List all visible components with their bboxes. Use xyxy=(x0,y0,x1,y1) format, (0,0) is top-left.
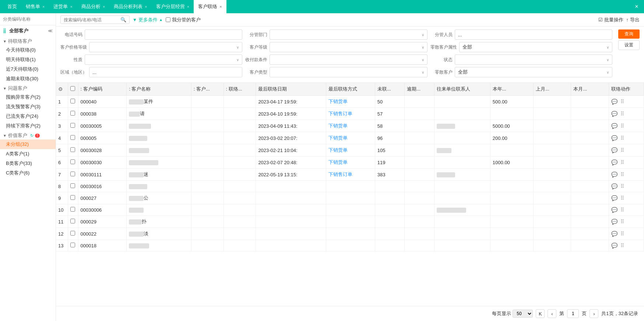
more-icon[interactable]: ⠿ xyxy=(620,231,624,237)
retail-select[interactable]: 全部 ∨ xyxy=(455,67,612,77)
region-select[interactable]: ... xyxy=(89,67,242,77)
prev-page-btn[interactable]: ‹ xyxy=(548,309,556,318)
sidebar-item-ungroup[interactable]: 未分组(32) xyxy=(0,140,56,149)
chat-icon[interactable]: 💬 xyxy=(611,111,617,117)
chat-icon[interactable]: 💬 xyxy=(611,135,617,141)
chat-icon[interactable]: 💬 xyxy=(611,159,617,165)
chat-icon[interactable]: 💬 xyxy=(611,195,617,201)
select-all-checkbox[interactable] xyxy=(70,86,75,91)
next-page-btn[interactable]: › xyxy=(590,309,598,318)
more-icon[interactable]: ⠿ xyxy=(620,147,624,153)
sidebar-item-declining[interactable]: 持续下滑客户(2) xyxy=(0,121,56,131)
last-method-link[interactable]: 下销售订单 xyxy=(328,111,352,116)
row-checkbox[interactable] xyxy=(70,195,75,200)
close-icon[interactable]: × xyxy=(103,4,105,9)
chat-icon[interactable]: 💬 xyxy=(611,243,617,248)
status-select[interactable]: ∨ xyxy=(455,54,612,65)
page-number-input[interactable] xyxy=(567,309,579,318)
close-icon[interactable]: × xyxy=(187,4,189,9)
row-checkbox[interactable] xyxy=(70,172,75,176)
row-checkbox[interactable] xyxy=(70,111,75,116)
more-icon[interactable]: ⠿ xyxy=(620,183,624,189)
row-checkbox[interactable] xyxy=(70,99,75,103)
first-page-btn[interactable]: K xyxy=(536,309,545,318)
sidebar-item-churned[interactable]: 已流失客户(24) xyxy=(0,112,56,121)
chat-icon[interactable]: 💬 xyxy=(611,99,617,105)
last-method-link[interactable]: 下销售订单 xyxy=(328,172,352,177)
more-icon[interactable]: ⠿ xyxy=(620,243,624,248)
sidebar-item-class-b[interactable]: B类客户(33) xyxy=(0,159,56,168)
last-method-link[interactable]: 下销货单 xyxy=(328,135,348,141)
row-checkbox[interactable] xyxy=(70,231,75,236)
window-close-button[interactable]: × xyxy=(632,2,641,11)
close-icon[interactable]: × xyxy=(219,4,222,9)
customer-type-select[interactable]: ∨ xyxy=(270,67,427,77)
my-customers-check[interactable] xyxy=(166,17,170,22)
my-customers-checkbox[interactable]: 我分管的客户 xyxy=(166,17,201,23)
more-icon[interactable]: ⠿ xyxy=(620,195,624,201)
payment-select[interactable]: ∨ xyxy=(270,54,427,65)
more-icon[interactable]: ⠿ xyxy=(620,159,624,165)
more-icon[interactable]: ⠿ xyxy=(620,135,624,141)
chat-icon[interactable]: 💬 xyxy=(611,231,617,237)
last-method-link[interactable]: 下销货单 xyxy=(328,99,348,104)
dept-select[interactable]: ∨ xyxy=(270,29,427,40)
search-input[interactable] xyxy=(64,17,119,22)
close-icon[interactable]: × xyxy=(145,4,147,9)
more-icon[interactable]: ⠿ xyxy=(620,123,624,129)
customer-level-select[interactable]: ∨ xyxy=(270,42,427,52)
close-icon[interactable]: × xyxy=(70,4,72,9)
retail-attr-select[interactable]: 全部 ∨ xyxy=(459,42,612,52)
nav-home[interactable]: 首页 xyxy=(3,0,21,13)
more-icon[interactable]: ⠿ xyxy=(620,172,624,177)
nav-tab-customer-segment[interactable]: 客户分层经营 × xyxy=(152,0,194,13)
chat-icon[interactable]: 💬 xyxy=(611,219,617,225)
row-checkbox[interactable] xyxy=(70,135,75,140)
price-level-select[interactable]: ∨ xyxy=(89,42,242,52)
chat-icon[interactable]: 💬 xyxy=(611,172,617,177)
more-icon[interactable]: ⠿ xyxy=(620,111,624,117)
group-value-customers[interactable]: ▼ 价值客户 ↻ ! xyxy=(0,131,56,140)
reset-button[interactable]: 设置 xyxy=(618,40,640,50)
per-page-select[interactable]: 50 100 xyxy=(513,310,533,318)
chat-icon[interactable]: 💬 xyxy=(611,183,617,189)
bulk-ops-btn[interactable]: ☑ 批量操作 xyxy=(598,17,623,23)
close-icon[interactable]: × xyxy=(42,4,45,9)
chat-icon[interactable]: 💬 xyxy=(611,147,617,153)
gear-icon[interactable]: ⚙ xyxy=(58,86,63,92)
sidebar-item-7days[interactable]: 近7天待联络(0) xyxy=(0,64,56,74)
last-method-link[interactable]: 下销货单 xyxy=(328,147,348,153)
group-pending-contact[interactable]: ▼ 待联络客户 xyxy=(0,36,56,45)
nature-select[interactable]: ∨ xyxy=(85,54,242,65)
more-icon[interactable]: ⠿ xyxy=(620,207,624,213)
export-btn[interactable]: ↑ 导出 xyxy=(626,17,640,23)
row-checkbox[interactable] xyxy=(70,243,75,247)
sidebar-item-class-a[interactable]: A类客户(1) xyxy=(0,149,56,159)
chat-icon[interactable]: 💬 xyxy=(611,207,617,213)
manager-input[interactable]: ... xyxy=(455,29,612,40)
search-icon[interactable]: 🔍 xyxy=(120,17,126,22)
row-checkbox[interactable] xyxy=(70,123,75,128)
phone-input[interactable] xyxy=(85,29,242,40)
more-icon[interactable]: ⠿ xyxy=(620,219,624,225)
nav-tab-analysis-list[interactable]: 商品分析列表 × xyxy=(109,0,151,13)
nav-tab-sales[interactable]: 销售单 × xyxy=(21,0,49,13)
more-conditions-btn[interactable]: ▼ 更多条件 ▲ xyxy=(133,17,163,23)
sidebar-item-churn-warning[interactable]: 流失预警客户(3) xyxy=(0,102,56,112)
collapse-icon[interactable]: ≪ xyxy=(48,28,53,33)
sidebar-item-hoarding[interactable]: 囤购异常客户(2) xyxy=(0,92,56,102)
sidebar-item-overdue[interactable]: 逾期未联络(30) xyxy=(0,74,56,84)
row-checkbox[interactable] xyxy=(70,159,75,164)
more-icon[interactable]: ⠿ xyxy=(620,99,624,105)
sidebar-item-class-c[interactable]: C类客户(6) xyxy=(0,168,56,178)
chat-icon[interactable]: 💬 xyxy=(611,123,617,129)
nav-tab-customer-contact[interactable]: 客户联络 × xyxy=(194,0,226,13)
refresh-icon[interactable]: ↻ xyxy=(30,133,34,138)
last-method-link[interactable]: 下销货单 xyxy=(328,123,348,128)
all-customers-header[interactable]: ⣿ 全部客户 ≪ xyxy=(0,25,56,36)
row-checkbox[interactable] xyxy=(70,207,75,212)
row-checkbox[interactable] xyxy=(70,147,75,152)
group-problem-customers[interactable]: ▼ 问题客户 xyxy=(0,84,56,92)
row-checkbox[interactable] xyxy=(70,219,75,223)
row-checkbox[interactable] xyxy=(70,183,75,188)
